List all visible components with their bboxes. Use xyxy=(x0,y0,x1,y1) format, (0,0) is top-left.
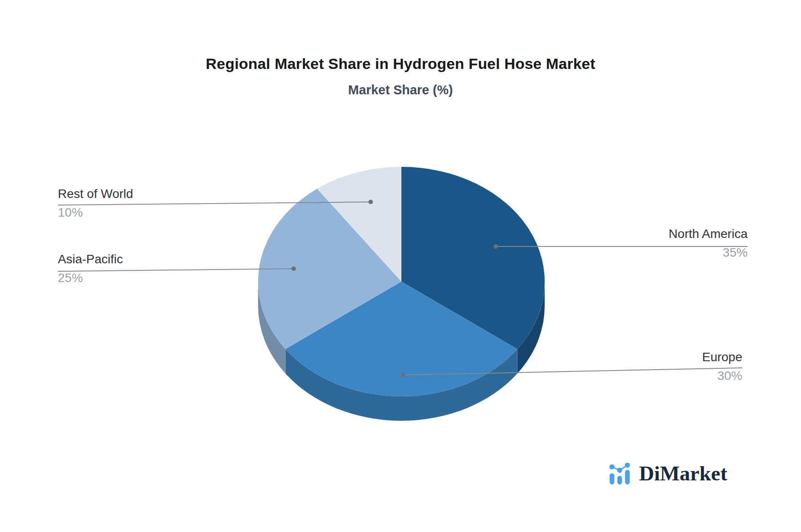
pie-label-europe: Europe 30% xyxy=(702,350,742,383)
chart-canvas: Regional Market Share in Hydrogen Fuel H… xyxy=(0,0,801,532)
pie-label-north-america: North America 35% xyxy=(669,227,748,260)
brand-logo: DiMarket xyxy=(607,462,727,485)
slice-name: North America xyxy=(669,227,748,241)
pie-label-rest-of-world: Rest of World 10% xyxy=(58,187,133,220)
brand-name: DiMarket xyxy=(639,462,727,485)
slice-name: Asia-Pacific xyxy=(58,252,123,266)
label-connector-dot xyxy=(400,373,405,377)
pie-label-asia-pacific: Asia-Pacific 25% xyxy=(58,252,123,285)
slice-value: 10% xyxy=(58,206,133,220)
slice-name: Europe xyxy=(702,350,742,364)
label-connector-dot xyxy=(291,266,296,271)
dot xyxy=(617,468,623,473)
dot xyxy=(609,464,615,470)
slice-value: 30% xyxy=(702,369,742,383)
bar-line-chart-icon xyxy=(607,462,633,485)
slice-value: 25% xyxy=(58,271,123,285)
label-connector-dot xyxy=(494,244,498,249)
slice-name: Rest of World xyxy=(58,187,133,201)
bar xyxy=(617,476,622,484)
label-connector-dot xyxy=(368,200,373,204)
bar xyxy=(625,470,630,484)
bar xyxy=(610,473,615,484)
dot xyxy=(625,463,630,468)
slice-value: 35% xyxy=(669,246,748,260)
